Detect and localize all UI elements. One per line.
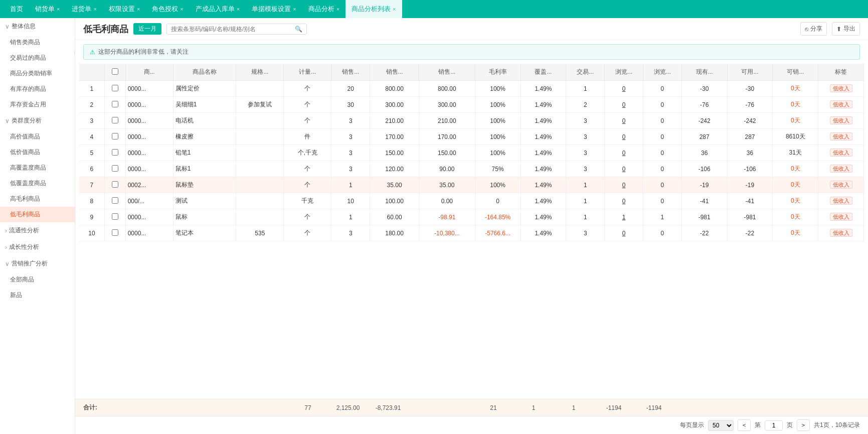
row-checkbox[interactable] [112, 181, 118, 188]
sidebar-item-category-sales-rate[interactable]: 商品分类助销率 [0, 66, 75, 81]
row-checkbox[interactable] [112, 197, 118, 204]
view1-link[interactable]: 0 [622, 101, 626, 108]
col-header-code[interactable]: 商... [125, 64, 173, 81]
row-checkbox[interactable] [112, 133, 118, 139]
cell-view1[interactable]: 0 [605, 129, 643, 145]
nav-sales-order[interactable]: 销货单 × [29, 0, 66, 18]
view1-link[interactable]: 0 [622, 150, 626, 157]
sidebar-item-low-value[interactable]: 低价值商品 [0, 144, 75, 160]
col-header-gross-rate[interactable]: 毛利率 [475, 64, 520, 81]
nav-home[interactable]: 首页 [4, 0, 29, 18]
view1-link[interactable]: 0 [622, 230, 626, 237]
close-icon[interactable]: × [336, 6, 339, 12]
close-icon[interactable]: × [180, 6, 183, 12]
nav-role-auth[interactable]: 角色授权 × [146, 0, 189, 18]
view1-link[interactable]: 1 [622, 214, 626, 221]
row-checkbox[interactable] [112, 117, 118, 123]
cell-check[interactable] [104, 97, 125, 113]
cell-check[interactable] [104, 161, 125, 177]
sidebar-section-marketing[interactable]: ∨ 营销推广分析 [0, 255, 75, 272]
cell-view1[interactable]: 0 [605, 81, 643, 97]
cell-view1[interactable]: 0 [605, 97, 643, 113]
cell-check[interactable] [104, 145, 125, 161]
next-page-button[interactable]: ＞ [797, 419, 810, 431]
sidebar-section-growth[interactable]: › 成长性分析 [0, 239, 75, 255]
nav-product-analysis-list[interactable]: 商品分析列表 × [345, 0, 402, 18]
sidebar-item-high-coverage[interactable]: 高覆盖度商品 [0, 160, 75, 176]
col-header-sales-price[interactable]: 销售... [370, 64, 419, 81]
cell-view1[interactable]: 0 [605, 177, 643, 193]
row-checkbox[interactable] [112, 165, 118, 172]
col-header-view1[interactable]: 浏览... [605, 64, 643, 81]
cell-view1[interactable]: 1 [605, 209, 643, 225]
sidebar-section-overall[interactable]: ∨ 整体信息 [0, 18, 75, 35]
cell-view1[interactable]: 0 [605, 145, 643, 161]
sidebar-item-sales-products[interactable]: 销售类商品 [0, 35, 75, 50]
view1-link[interactable]: 0 [622, 117, 626, 124]
close-icon[interactable]: × [293, 6, 296, 12]
col-header-check[interactable] [104, 64, 125, 81]
cell-view1[interactable]: 0 [605, 161, 643, 177]
col-header-spec[interactable]: 规格... [236, 64, 284, 81]
cell-check[interactable] [104, 225, 125, 241]
close-icon[interactable]: × [137, 6, 140, 12]
nav-permissions[interactable]: 权限设置 × [103, 0, 146, 18]
sidebar-item-low-coverage[interactable]: 低覆盖度商品 [0, 176, 75, 191]
cell-check[interactable] [104, 193, 125, 209]
sidebar-item-stocked-products[interactable]: 有库存的商品 [0, 81, 75, 97]
search-input[interactable] [171, 26, 295, 33]
select-all-checkbox[interactable] [112, 68, 118, 75]
sidebar-item-low-margin[interactable]: 低毛利商品 [0, 207, 75, 222]
search-icon[interactable]: 🔍 [295, 26, 302, 33]
col-header-sales-qty[interactable]: 销售... [331, 64, 370, 81]
page-size-select[interactable]: 50 100 200 [708, 420, 734, 431]
sidebar-section-circulation[interactable]: › 流通性分析 [0, 222, 75, 239]
row-checkbox[interactable] [112, 229, 118, 236]
cell-check[interactable] [104, 113, 125, 129]
close-icon[interactable]: × [93, 6, 96, 12]
col-header-usable[interactable]: 可用... [727, 64, 773, 81]
row-checkbox[interactable] [112, 101, 118, 107]
col-header-name[interactable]: 商品名称 [173, 64, 236, 81]
sidebar-section-cluster[interactable]: ∨ 类群度分析 [0, 112, 75, 129]
share-button[interactable]: ⎋ 分享 [800, 22, 827, 36]
sidebar-item-inventory-capital[interactable]: 库存资金占用 [0, 97, 75, 112]
close-icon[interactable]: × [393, 6, 396, 12]
view1-link[interactable]: 0 [622, 166, 626, 173]
col-header-coverage[interactable]: 覆盖... [520, 64, 566, 81]
prev-page-button[interactable]: ＜ [738, 419, 751, 431]
col-header-unit[interactable]: 计量... [284, 64, 331, 81]
col-header-current[interactable]: 现有... [681, 64, 727, 81]
row-checkbox[interactable] [112, 213, 118, 220]
col-header-trade[interactable]: 交易... [566, 64, 605, 81]
export-button[interactable]: ⬆ 导出 [832, 22, 860, 36]
cell-view1[interactable]: 0 [605, 193, 643, 209]
col-header-view2[interactable]: 浏览... [643, 64, 681, 81]
view1-link[interactable]: 0 [622, 182, 626, 189]
col-header-sales-profit[interactable]: 销售... [419, 64, 475, 81]
cell-view1[interactable]: 0 [605, 113, 643, 129]
row-checkbox[interactable] [112, 85, 118, 91]
sidebar-item-new-products[interactable]: 新品 [0, 287, 75, 303]
cell-check[interactable] [104, 209, 125, 225]
view1-link[interactable]: 0 [622, 133, 626, 140]
nav-product-inbound[interactable]: 产成品入库单 × [190, 0, 246, 18]
view1-link[interactable]: 0 [622, 198, 626, 205]
col-header-sellable[interactable]: 可销... [773, 64, 818, 81]
col-header-tag[interactable]: 标签 [818, 64, 864, 81]
close-icon[interactable]: × [57, 6, 60, 12]
nav-purchase-order[interactable]: 进货单 × [66, 0, 102, 18]
sidebar-item-traded-products[interactable]: 交易过的商品 [0, 50, 75, 66]
period-button[interactable]: 近一月 [133, 23, 161, 35]
cell-check[interactable] [104, 81, 125, 97]
nav-template-settings[interactable]: 单据模板设置 × [246, 0, 302, 18]
cell-view1[interactable]: 0 [605, 225, 643, 241]
sidebar-item-high-value[interactable]: 高价值商品 [0, 129, 75, 144]
cell-check[interactable] [104, 177, 125, 193]
sidebar-item-all-products[interactable]: 全部商品 [0, 272, 75, 287]
cell-check[interactable] [104, 129, 125, 145]
page-number-input[interactable] [765, 420, 783, 430]
row-checkbox[interactable] [112, 149, 118, 156]
nav-product-analysis[interactable]: 商品分析 × [302, 0, 345, 18]
view1-link[interactable]: 0 [622, 85, 626, 92]
